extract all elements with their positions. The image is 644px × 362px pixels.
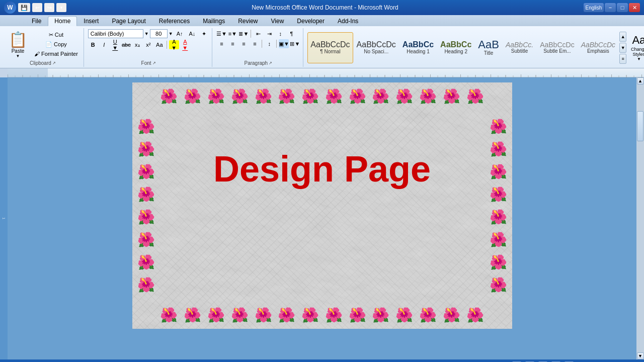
ruler-body — [8, 68, 644, 77]
clear-format-btn[interactable]: ✦ — [199, 29, 209, 38]
style-heading2[interactable]: AaBbCc Heading 2 — [437, 32, 474, 63]
style-title[interactable]: AaB Title — [475, 32, 502, 63]
font-name-input[interactable] — [88, 29, 143, 38]
language-indicator[interactable]: English — [584, 3, 604, 12]
tab-insert[interactable]: Insert — [77, 16, 105, 26]
outdent-btn[interactable]: ⇤ — [253, 29, 263, 38]
undo-quick-btn[interactable]: ↩ — [32, 3, 42, 12]
indent-btn[interactable]: ⇥ — [264, 29, 274, 38]
font-name-dropdown[interactable]: ▼ — [144, 31, 149, 36]
format-painter-button[interactable]: 🖌 Format Painter — [32, 49, 80, 58]
change-styles-icon: Aa — [632, 34, 644, 47]
para-sep1 — [251, 30, 251, 38]
paste-button[interactable]: 📋 Paste ▼ — [5, 29, 31, 59]
font-expand[interactable]: ↗ — [152, 61, 156, 65]
separator — [167, 41, 167, 49]
left-margin: 1 — [0, 77, 8, 359]
border-right: 🌺 🌺 🌺 🌺 🌺 🌺 🌺 🌺 — [485, 110, 512, 301]
scroll-down-btn[interactable]: ▼ — [637, 352, 644, 359]
tab-review[interactable]: Review — [231, 16, 264, 26]
para-sep2 — [262, 40, 262, 48]
para-sep3 — [276, 40, 277, 48]
svg-rect-6 — [132, 82, 512, 329]
strikethrough-button[interactable]: abc — [121, 40, 131, 49]
vertical-scrollbar[interactable]: ▲ ▼ — [636, 77, 644, 359]
subscript-button[interactable]: x₂ — [132, 40, 142, 49]
redo-quick-btn[interactable]: ↪ — [44, 3, 54, 12]
ribbon-content: 📋 Paste ▼ ✂ Cut 📄 Copy 🖌 Format Painter … — [0, 26, 644, 68]
align-left-btn[interactable]: ≡ — [216, 39, 226, 48]
quick-access-dropdown[interactable]: ▼ — [56, 3, 66, 12]
underline-button[interactable]: U ▼ — [110, 40, 120, 49]
style-subtle-em[interactable]: AaBbCcDc Subtle Em... — [537, 32, 577, 63]
tab-developer[interactable]: Developer — [290, 16, 331, 26]
title-text: New Microsoft Office Word Document - Mic… — [66, 4, 584, 11]
copy-button[interactable]: 📄 Copy — [32, 40, 80, 49]
document-heading[interactable]: Design Page — [213, 148, 431, 190]
styles-scroll-more[interactable]: ≡ — [619, 54, 626, 64]
ruler — [0, 68, 644, 77]
scroll-thumb[interactable] — [637, 111, 643, 141]
styles-scroll-down[interactable]: ▼ — [619, 43, 626, 53]
justify-btn[interactable]: ≡ — [250, 39, 260, 48]
font-size-dropdown[interactable]: ▼ — [169, 31, 173, 36]
line-spacing-btn[interactable]: ↕ — [264, 39, 274, 48]
close-button[interactable]: ✕ — [629, 3, 640, 12]
multilevel-btn[interactable]: ≣▼ — [238, 29, 249, 38]
app-icon[interactable]: W — [4, 2, 16, 14]
bullets-btn[interactable]: ☰▼ — [216, 29, 226, 38]
style-no-spacing[interactable]: AaBbCcDc No Spaci... — [354, 32, 399, 63]
maximize-button[interactable]: □ — [617, 3, 628, 12]
font-group: ▼ ▼ A↑ A↓ ✦ B I U ▼ abc x₂ x² Aa A ▼ — [85, 28, 213, 67]
scroll-track — [636, 84, 644, 352]
style-normal[interactable]: AaBbCcDc ¶ Normal — [307, 32, 353, 63]
tab-file[interactable]: File — [25, 16, 48, 26]
document-page[interactable]: 🌺 🌺 🌺 🌺 🌺 🌺 🌺 🌺 🌺 🌺 🌺 🌺 🌺 🌺 🌺 🌺 🌺 — [132, 82, 512, 329]
cut-button[interactable]: ✂ Cut — [32, 30, 80, 39]
clipboard-expand[interactable]: ↗ — [52, 61, 56, 65]
border-top: 🌺 🌺 🌺 🌺 🌺 🌺 🌺 🌺 🌺 🌺 🌺 🌺 🌺 🌺 — [132, 82, 512, 110]
font-grow-btn[interactable]: A↑ — [174, 29, 186, 38]
para-expand[interactable]: ↗ — [269, 61, 272, 65]
highlight-btn[interactable]: A ▼ — [169, 40, 179, 49]
save-quick-btn[interactable]: 💾 — [18, 3, 30, 12]
style-subtitle[interactable]: AaBbCc. Subtitle — [503, 32, 536, 63]
italic-button[interactable]: I — [99, 40, 109, 49]
align-right-btn[interactable]: ≡ — [238, 39, 249, 48]
window-controls: English − □ ✕ — [584, 3, 640, 12]
main-area: 1 🌺 🌺 🌺 🌺 🌺 — [0, 77, 644, 359]
styles-scroll-up[interactable]: ▲ — [619, 32, 626, 42]
align-center-btn[interactable]: ≡ — [227, 39, 237, 48]
tab-home[interactable]: Home — [48, 16, 77, 26]
shading-btn[interactable]: ▣▼ — [279, 39, 289, 48]
minimize-button[interactable]: − — [605, 3, 616, 12]
title-bar: W 💾 ↩ ↪ ▼ New Microsoft Office Word Docu… — [0, 0, 644, 15]
style-heading1[interactable]: AaBbCc Heading 1 — [399, 32, 437, 63]
tab-mailings[interactable]: Mailings — [196, 16, 231, 26]
document-area[interactable]: 🌺 🌺 🌺 🌺 🌺 🌺 🌺 🌺 🌺 🌺 🌺 🌺 🌺 🌺 🌺 🌺 🌺 — [8, 77, 636, 359]
svg-rect-5 — [8, 68, 48, 77]
font-size-input[interactable] — [150, 29, 168, 38]
tab-bar: File Home Insert Page Layout References … — [0, 15, 644, 26]
numbering-btn[interactable]: ≡▼ — [227, 29, 237, 38]
show-marks-btn[interactable]: ¶ — [286, 29, 296, 38]
clipboard-label: Clipboard ↗ — [30, 60, 56, 66]
scroll-up-btn[interactable]: ▲ — [637, 77, 644, 84]
font-selector-row: ▼ ▼ A↑ A↓ ✦ — [88, 29, 209, 38]
borders-btn[interactable]: ⊞▼ — [290, 39, 300, 48]
paragraph-group: ☰▼ ≡▼ ≣▼ ⇤ ⇥ ↕ ¶ ≡ ≡ ≡ ≡ ↕ ▣▼ — [213, 28, 303, 67]
bold-button[interactable]: B — [88, 40, 98, 49]
font-color-btn[interactable]: A ▼ — [180, 40, 190, 49]
styles-group: AaBbCcDc ¶ Normal AaBbCcDc No Spaci... A… — [304, 28, 644, 67]
font-shrink-btn[interactable]: A↓ — [187, 29, 198, 38]
style-emphasis[interactable]: AaBbCcDc Emphasis — [578, 32, 618, 63]
superscript-button[interactable]: x² — [143, 40, 153, 49]
tab-references[interactable]: References — [152, 16, 196, 26]
tab-add-ins[interactable]: Add-Ins — [331, 16, 365, 26]
sort-btn[interactable]: ↕ — [275, 29, 285, 38]
clipboard-group: 📋 Paste ▼ ✂ Cut 📄 Copy 🖌 Format Painter … — [2, 28, 84, 67]
change-case-button[interactable]: Aa — [154, 40, 165, 49]
tab-view[interactable]: View — [265, 16, 291, 26]
tab-page-layout[interactable]: Page Layout — [105, 16, 152, 26]
change-styles-button[interactable]: Aa ChangeStyles ▼ — [628, 32, 644, 63]
